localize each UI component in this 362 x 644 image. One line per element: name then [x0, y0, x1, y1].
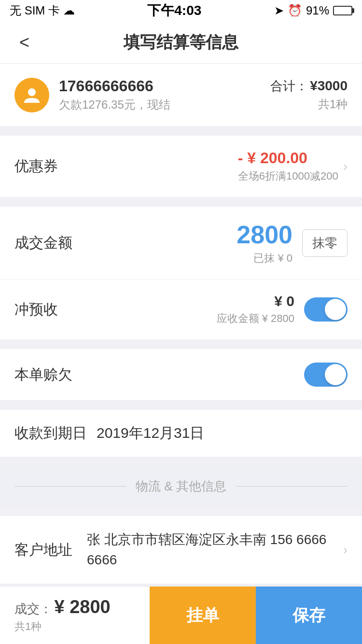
amount-sub: 已抹 ¥ 0 [237, 251, 292, 266]
hold-button[interactable]: 挂单 [150, 587, 256, 644]
section-header-text: 物流 & 其他信息 [126, 478, 236, 495]
status-right: ➤ ⏰ 91% [274, 4, 352, 17]
defer-row: 本单赊欠 [0, 349, 362, 400]
duedate-row: 收款到期日 2019年12月31日 [0, 410, 362, 457]
customer-phone: 17666666666 [59, 77, 170, 95]
customer-info-card: 17666666666 欠款1276.35元，现结 合计： ¥3000 共1种 [0, 64, 362, 126]
round-button[interactable]: 抹零 [302, 229, 348, 257]
amount-row: 成交金额 2800 已抹 ¥ 0 抹零 [0, 207, 362, 280]
defer-toggle[interactable] [304, 363, 348, 387]
charge-right: ¥ 0 应收金额 ¥ 2800 [217, 293, 348, 326]
customer-left: 17666666666 欠款1276.35元，现结 [14, 77, 170, 112]
charge-row: 冲预收 ¥ 0 应收金额 ¥ 2800 [0, 280, 362, 339]
coupon-right: - ¥ 200.00 全场6折满1000减200 › [238, 149, 348, 183]
duedate-value: 2019年12月31日 [97, 423, 204, 443]
nav-bar: < 填写结算等信息 [0, 21, 362, 64]
sim-signal: 无 SIM 卡 ☁ [10, 3, 75, 18]
defer-label: 本单赊欠 [14, 365, 72, 385]
amount-right: 2800 已抹 ¥ 0 抹零 [237, 220, 348, 266]
chevron-right-icon: › [343, 159, 348, 174]
back-button[interactable]: < [14, 28, 34, 57]
total-count: 共1种 [270, 97, 348, 112]
bottom-deal-label: 成交： [14, 602, 52, 616]
address-value: 张 北京市市辖区海淀区永丰南 156 6666 6666 [87, 530, 343, 570]
bottom-count: 共1种 [14, 619, 135, 634]
location-icon: ➤ [274, 4, 284, 17]
customer-total: 合计： ¥3000 共1种 [270, 78, 348, 112]
total-value: ¥3000 [310, 78, 348, 93]
coupon-label: 优惠券 [14, 156, 58, 176]
divider-line-right [236, 486, 348, 487]
amount-value: 2800 [237, 220, 292, 249]
amount-section: 成交金额 2800 已抹 ¥ 0 抹零 冲预收 ¥ 0 应收金额 ¥ 2800 [0, 207, 362, 339]
address-label: 客户地址 [14, 540, 72, 560]
charge-sub: 应收金额 ¥ 2800 [217, 311, 294, 326]
bottom-bar: 成交： ¥ 2800 共1种 挂单 保存 [0, 586, 362, 644]
customer-details: 17666666666 欠款1276.35元，现结 [59, 77, 170, 112]
total-line: 合计： ¥3000 [270, 78, 348, 95]
coupon-info: - ¥ 200.00 全场6折满1000减200 [238, 149, 338, 183]
charge-value-block: ¥ 0 应收金额 ¥ 2800 [217, 293, 294, 326]
main-content: 17666666666 欠款1276.35元，现结 合计： ¥3000 共1种 … [0, 64, 362, 644]
status-bar: 无 SIM 卡 ☁ 下午4:03 ➤ ⏰ 91% [0, 0, 362, 21]
charge-toggle[interactable] [304, 297, 348, 322]
bottom-amount: ¥ 2800 [54, 597, 110, 617]
divider-line-left [14, 486, 126, 487]
coupon-discount: - ¥ 200.00 [238, 149, 338, 167]
bottom-deal-line: 成交： ¥ 2800 [14, 597, 135, 617]
customer-subtext: 欠款1276.35元，现结 [59, 97, 170, 112]
address-chevron-icon: › [343, 542, 348, 558]
battery-icon [333, 6, 352, 15]
status-left: 无 SIM 卡 ☁ [10, 3, 75, 18]
amount-label: 成交金额 [14, 233, 72, 253]
address-row[interactable]: 客户地址 张 北京市市辖区海淀区永丰南 156 6666 6666 › [0, 516, 362, 584]
page-title: 填写结算等信息 [124, 31, 238, 54]
amount-value-block: 2800 已抹 ¥ 0 [237, 220, 292, 266]
total-label: 合计： [270, 79, 308, 93]
bottom-summary: 成交： ¥ 2800 共1种 [0, 597, 150, 634]
charge-value: ¥ 0 [217, 293, 294, 309]
section-divider: 物流 & 其他信息 [0, 466, 362, 506]
charge-label: 冲预收 [14, 300, 58, 320]
alarm-icon: ⏰ [288, 4, 302, 17]
battery-percent: 91% [306, 4, 329, 17]
svg-point-0 [28, 88, 36, 96]
status-time: 下午4:03 [147, 1, 201, 20]
duedate-label: 收款到期日 [14, 423, 87, 443]
toggle-knob [325, 299, 346, 320]
defer-toggle-knob [325, 364, 346, 385]
coupon-desc: 全场6折满1000减200 [238, 169, 338, 183]
coupon-row[interactable]: 优惠券 - ¥ 200.00 全场6折满1000减200 › [0, 136, 362, 197]
avatar [14, 78, 49, 112]
save-button[interactable]: 保存 [256, 587, 362, 644]
